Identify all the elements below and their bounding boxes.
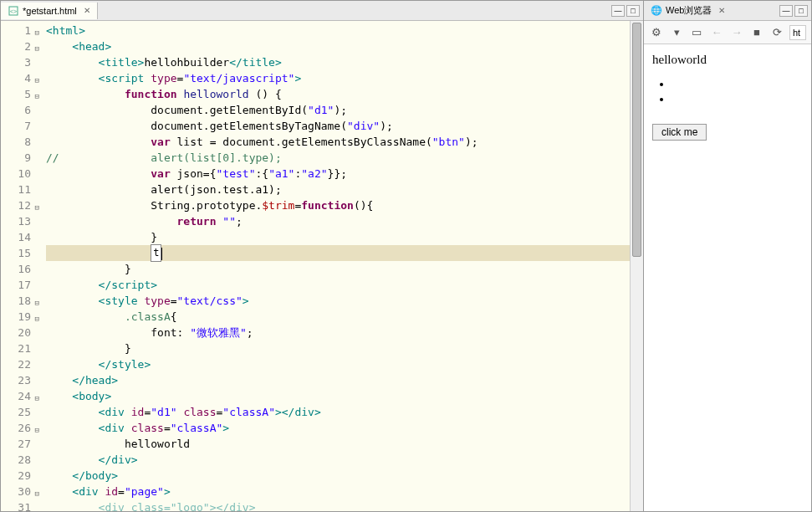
preview-list xyxy=(672,77,803,107)
code-editor[interactable]: 1⊟ 2⊟ 3 4⊟ 5⊟ 6 7 8 9 10 11 12⊟ 13 14 15… xyxy=(1,21,643,511)
globe-icon: 🌐 xyxy=(651,5,662,16)
preview-text: helloworld xyxy=(652,53,803,67)
new-window-icon[interactable]: ▭ xyxy=(689,25,704,40)
back-icon[interactable]: ← xyxy=(709,25,724,40)
minimize-button[interactable]: — xyxy=(779,5,793,17)
browser-panel: 🌐 Web浏览器 ✕ — □ ⚙ ▾ ▭ ← → ■ ⟳ helloworld … xyxy=(644,0,812,512)
vertical-scrollbar[interactable] xyxy=(630,21,643,511)
minimize-button[interactable]: — xyxy=(611,5,625,17)
browser-tab-bar: 🌐 Web浏览器 ✕ — □ xyxy=(644,1,811,21)
click-me-button[interactable]: click me xyxy=(652,124,707,141)
url-input[interactable] xyxy=(789,25,806,40)
maximize-button[interactable]: □ xyxy=(626,5,640,17)
list-item xyxy=(672,77,803,92)
maximize-button[interactable]: □ xyxy=(794,5,808,17)
autocomplete-hint[interactable]: t xyxy=(151,244,161,262)
scrollbar-thumb[interactable] xyxy=(632,23,641,257)
refresh-icon[interactable]: ⟳ xyxy=(769,25,784,40)
close-icon[interactable]: ✕ xyxy=(84,6,90,15)
editor-tab-bar: <> *getstart.html ✕ — □ xyxy=(1,1,643,21)
dropdown-icon[interactable]: ▾ xyxy=(669,25,684,40)
gear-icon[interactable]: ⚙ xyxy=(649,25,664,40)
stop-icon[interactable]: ■ xyxy=(749,25,764,40)
close-icon[interactable]: ✕ xyxy=(718,6,725,15)
editor-tab[interactable]: <> *getstart.html ✕ xyxy=(1,3,98,19)
browser-tab[interactable]: 🌐 Web浏览器 ✕ xyxy=(644,2,732,19)
forward-icon[interactable]: → xyxy=(729,25,744,40)
code-content[interactable]: <html> <head> <title>hellohbuilder</titl… xyxy=(34,21,630,511)
text-cursor xyxy=(161,248,162,260)
list-item xyxy=(672,92,803,107)
editor-panel: <> *getstart.html ✕ — □ 1⊟ 2⊟ 3 4⊟ 5⊟ 6 … xyxy=(0,0,644,512)
editor-window-controls: — □ xyxy=(611,5,643,17)
browser-content: helloworld click me xyxy=(644,44,811,511)
tab-title: *getstart.html xyxy=(23,6,77,16)
svg-text:<>: <> xyxy=(10,8,17,14)
line-gutter: 1⊟ 2⊟ 3 4⊟ 5⊟ 6 7 8 9 10 11 12⊟ 13 14 15… xyxy=(1,21,34,511)
browser-toolbar: ⚙ ▾ ▭ ← → ■ ⟳ xyxy=(644,21,811,44)
browser-tab-title: Web浏览器 xyxy=(666,4,712,17)
browser-window-controls: — □ xyxy=(779,5,811,17)
html-file-icon: <> xyxy=(8,5,19,17)
